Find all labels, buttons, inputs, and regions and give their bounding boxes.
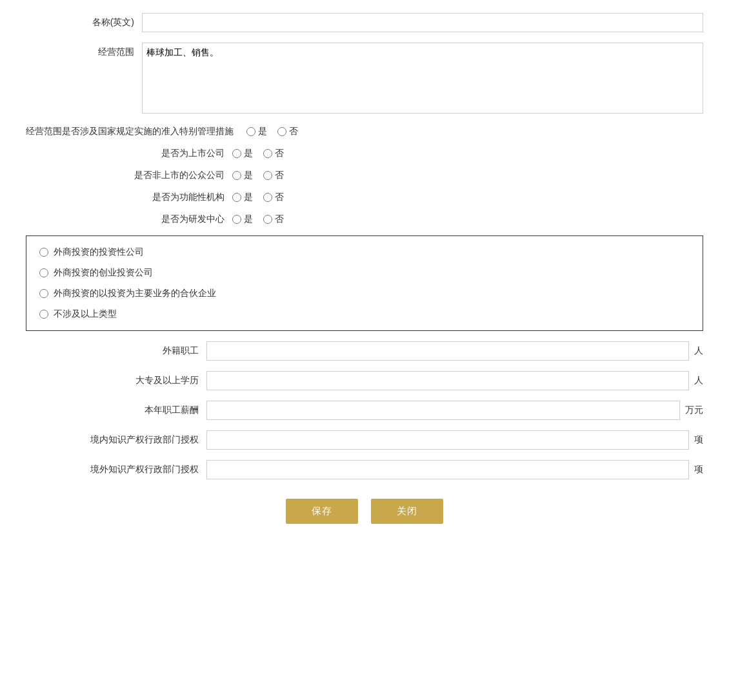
rd-center-no-label: 否 bbox=[275, 214, 284, 225]
listed-no-option[interactable]: 否 bbox=[263, 148, 284, 159]
investment-radio-3[interactable] bbox=[39, 310, 48, 319]
form-section: 各称(英文) 经营范围 棒球加工、销售。 经营范围是否涉及国家规定实施的准入特别… bbox=[26, 13, 703, 524]
investment-radio-2[interactable] bbox=[39, 289, 48, 298]
functional-yes-label: 是 bbox=[244, 192, 253, 203]
foreign-staff-row: 外籍职工 人 bbox=[26, 341, 703, 361]
public-unlisted-no-label: 否 bbox=[275, 170, 284, 181]
special-mgmt-label: 经营范围是否涉及国家规定实施的准入特别管理措施 bbox=[26, 126, 246, 137]
salary-input[interactable] bbox=[206, 401, 680, 420]
investment-label-0: 外商投资的投资性公司 bbox=[54, 246, 144, 258]
functional-row: 是否为功能性机构 是 否 bbox=[26, 192, 703, 203]
college-edu-row: 大专及以上学历 人 bbox=[26, 371, 703, 390]
special-mgmt-no-option[interactable]: 否 bbox=[277, 126, 298, 137]
foreign-ip-unit: 项 bbox=[694, 464, 703, 475]
listed-yes-label: 是 bbox=[244, 148, 253, 159]
special-mgmt-no-radio[interactable] bbox=[277, 127, 286, 136]
public-unlisted-yes-option[interactable]: 是 bbox=[232, 170, 253, 181]
special-mgmt-yes-option[interactable]: 是 bbox=[246, 126, 267, 137]
special-mgmt-radio-group: 是 否 bbox=[246, 126, 298, 137]
rd-center-yes-label: 是 bbox=[244, 214, 253, 225]
college-edu-label: 大专及以上学历 bbox=[26, 375, 206, 386]
special-mgmt-yes-label: 是 bbox=[258, 126, 267, 137]
salary-label: 本年职工薪酬 bbox=[26, 405, 206, 416]
investment-radio-0[interactable] bbox=[39, 248, 48, 257]
functional-no-radio[interactable] bbox=[263, 193, 272, 202]
public-unlisted-label: 是否非上市的公众公司 bbox=[26, 170, 232, 181]
button-row: 保存 关闭 bbox=[26, 499, 703, 524]
domestic-ip-label: 境内知识产权行政部门授权 bbox=[26, 434, 206, 446]
listed-label: 是否为上市公司 bbox=[26, 148, 232, 159]
public-unlisted-row: 是否非上市的公众公司 是 否 bbox=[26, 170, 703, 181]
name-en-label: 各称(英文) bbox=[26, 17, 142, 28]
functional-yes-option[interactable]: 是 bbox=[232, 192, 253, 203]
listed-radio-group: 是 否 bbox=[232, 148, 284, 159]
functional-no-label: 否 bbox=[275, 192, 284, 203]
domestic-ip-input[interactable] bbox=[206, 430, 689, 450]
foreign-staff-input[interactable] bbox=[206, 341, 689, 361]
business-scope-textarea[interactable]: 棒球加工、销售。 bbox=[142, 43, 703, 114]
public-unlisted-yes-radio[interactable] bbox=[232, 171, 241, 180]
special-mgmt-no-label: 否 bbox=[289, 126, 298, 137]
college-edu-unit: 人 bbox=[694, 375, 703, 386]
special-mgmt-row: 经营范围是否涉及国家规定实施的准入特别管理措施 是 否 bbox=[26, 126, 703, 137]
special-mgmt-yes-radio[interactable] bbox=[246, 127, 255, 136]
functional-yes-radio[interactable] bbox=[232, 193, 241, 202]
name-en-row: 各称(英文) bbox=[26, 13, 703, 32]
public-unlisted-yes-label: 是 bbox=[244, 170, 253, 181]
investment-label-1: 外商投资的创业投资公司 bbox=[54, 267, 153, 279]
rd-center-radio-group: 是 否 bbox=[232, 214, 284, 225]
listed-no-label: 否 bbox=[275, 148, 284, 159]
foreign-ip-input[interactable] bbox=[206, 460, 689, 479]
domestic-ip-unit: 项 bbox=[694, 434, 703, 446]
investment-option-3[interactable]: 不涉及以上类型 bbox=[39, 308, 690, 320]
rd-center-no-option[interactable]: 否 bbox=[263, 214, 284, 225]
investment-label-3: 不涉及以上类型 bbox=[54, 308, 117, 320]
foreign-staff-unit: 人 bbox=[694, 345, 703, 357]
business-scope-wrapper: 棒球加工、销售。 bbox=[142, 43, 703, 115]
save-button[interactable]: 保存 bbox=[286, 499, 358, 524]
business-scope-label: 经营范围 bbox=[26, 43, 142, 58]
salary-unit: 万元 bbox=[685, 405, 703, 416]
investment-option-0[interactable]: 外商投资的投资性公司 bbox=[39, 246, 690, 258]
investment-box: 外商投资的投资性公司 外商投资的创业投资公司 外商投资的以投资为主要业务的合伙企… bbox=[26, 235, 703, 331]
foreign-ip-label: 境外知识产权行政部门授权 bbox=[26, 464, 206, 475]
functional-no-option[interactable]: 否 bbox=[263, 192, 284, 203]
business-scope-row: 经营范围 棒球加工、销售。 bbox=[26, 43, 703, 115]
domestic-ip-row: 境内知识产权行政部门授权 项 bbox=[26, 430, 703, 450]
foreign-ip-row: 境外知识产权行政部门授权 项 bbox=[26, 460, 703, 479]
investment-option-2[interactable]: 外商投资的以投资为主要业务的合伙企业 bbox=[39, 288, 690, 299]
public-unlisted-no-option[interactable]: 否 bbox=[263, 170, 284, 181]
rd-center-yes-radio[interactable] bbox=[232, 215, 241, 224]
rd-center-no-radio[interactable] bbox=[263, 215, 272, 224]
public-unlisted-radio-group: 是 否 bbox=[232, 170, 284, 181]
foreign-staff-label: 外籍职工 bbox=[26, 345, 206, 357]
college-edu-input[interactable] bbox=[206, 371, 689, 390]
salary-row: 本年职工薪酬 万元 bbox=[26, 401, 703, 420]
close-button[interactable]: 关闭 bbox=[371, 499, 443, 524]
rd-center-yes-option[interactable]: 是 bbox=[232, 214, 253, 225]
listed-row: 是否为上市公司 是 否 bbox=[26, 148, 703, 159]
functional-radio-group: 是 否 bbox=[232, 192, 284, 203]
listed-no-radio[interactable] bbox=[263, 149, 272, 158]
rd-center-label: 是否为研发中心 bbox=[26, 214, 232, 225]
functional-label: 是否为功能性机构 bbox=[26, 192, 232, 203]
public-unlisted-no-radio[interactable] bbox=[263, 171, 272, 180]
listed-yes-option[interactable]: 是 bbox=[232, 148, 253, 159]
investment-radio-1[interactable] bbox=[39, 268, 48, 277]
investment-option-1[interactable]: 外商投资的创业投资公司 bbox=[39, 267, 690, 279]
investment-label-2: 外商投资的以投资为主要业务的合伙企业 bbox=[54, 288, 216, 299]
rd-center-row: 是否为研发中心 是 否 bbox=[26, 214, 703, 225]
listed-yes-radio[interactable] bbox=[232, 149, 241, 158]
name-en-input[interactable] bbox=[142, 13, 703, 32]
